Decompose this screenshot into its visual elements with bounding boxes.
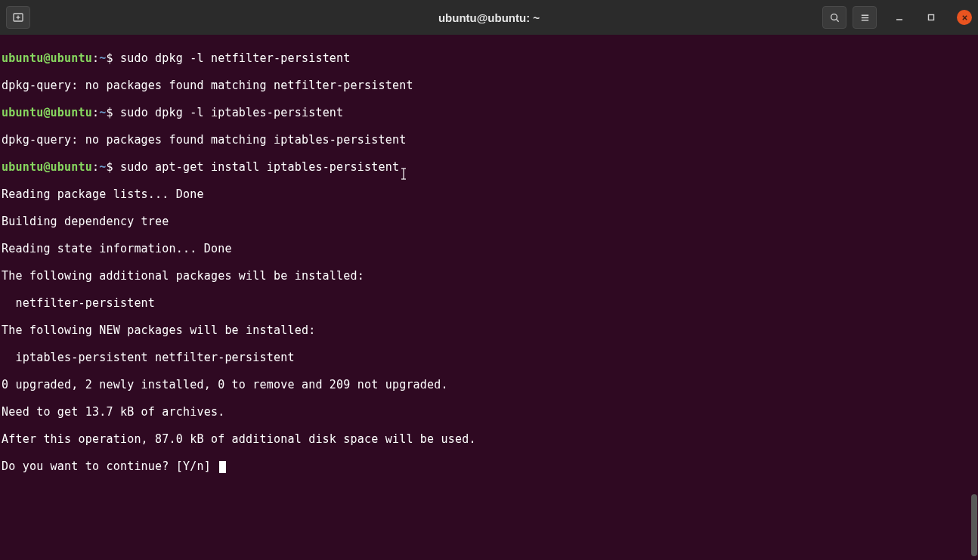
command-text: sudo apt-get install iptables-persistent (113, 160, 399, 174)
prompt-user: ubuntu@ubuntu (2, 160, 92, 174)
prompt-colon: : (92, 51, 99, 65)
search-icon (829, 12, 840, 23)
right-controls (822, 6, 972, 29)
output-line-prompt: Do you want to continue? [Y/n] (2, 459, 976, 473)
output-line: Building dependency tree (2, 215, 976, 228)
prompt-user: ubuntu@ubuntu (2, 106, 92, 119)
terminal-body[interactable]: ubuntu@ubuntu:~$ sudo dpkg -l netfilter-… (0, 35, 978, 490)
output-line: netfilter-persistent (2, 296, 976, 310)
svg-rect-9 (929, 15, 934, 20)
command-text: sudo dpkg -l netfilter-persistent (113, 51, 351, 65)
prompt-dollar: $ (106, 160, 113, 174)
prompt-colon: : (92, 160, 99, 174)
output-line: Reading package lists... Done (2, 187, 976, 201)
prompt-colon: : (92, 106, 99, 119)
close-icon (961, 14, 968, 21)
prompt-user: ubuntu@ubuntu (2, 51, 92, 65)
output-line: Reading state information... Done (2, 242, 976, 255)
maximize-button[interactable] (922, 8, 940, 26)
output-line: iptables-persistent netfilter-persistent (2, 351, 976, 364)
window-title: ubuntu@ubuntu: ~ (438, 11, 540, 24)
hamburger-icon (859, 12, 871, 23)
command-text: sudo dpkg -l iptables-persistent (113, 106, 344, 119)
titlebar: ubuntu@ubuntu: ~ (0, 0, 978, 35)
output-line: After this operation, 87.0 kB of additio… (2, 432, 976, 446)
prompt-line: ubuntu@ubuntu:~$ sudo dpkg -l iptables-p… (2, 106, 976, 119)
minimize-button[interactable] (890, 8, 908, 26)
output-line: 0 upgraded, 2 newly installed, 0 to remo… (2, 378, 976, 391)
menu-button[interactable] (853, 6, 877, 29)
prompt-dollar: $ (106, 51, 113, 65)
svg-line-4 (836, 19, 838, 21)
output-line: dpkg-query: no packages found matching i… (2, 133, 976, 147)
maximize-icon (927, 13, 936, 22)
prompt-line: ubuntu@ubuntu:~$ sudo dpkg -l netfilter-… (2, 51, 976, 65)
minimize-icon (895, 13, 904, 22)
output-line: dpkg-query: no packages found matching n… (2, 79, 976, 92)
new-tab-icon (12, 11, 24, 23)
scrollbar-thumb[interactable] (971, 494, 977, 556)
block-cursor (219, 461, 226, 473)
output-line: The following NEW packages will be insta… (2, 323, 976, 337)
close-button[interactable] (957, 10, 972, 25)
output-line: Need to get 13.7 kB of archives. (2, 405, 976, 419)
prompt-line: ubuntu@ubuntu:~$ sudo apt-get install ip… (2, 160, 976, 174)
new-tab-button[interactable] (6, 6, 30, 29)
output-line: The following additional packages will b… (2, 269, 976, 283)
svg-point-3 (831, 14, 837, 20)
continue-prompt: Do you want to continue? [Y/n] (2, 459, 218, 473)
prompt-dollar: $ (106, 106, 113, 119)
search-button[interactable] (822, 6, 846, 29)
